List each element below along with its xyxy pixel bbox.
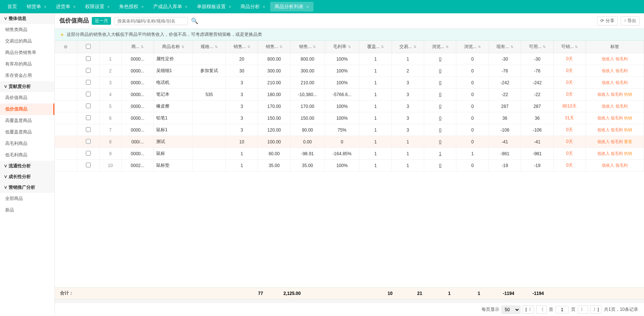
sidebar-group-contribution[interactable]: ∨ 贡献度分析 [0, 81, 54, 92]
th-spec[interactable]: 规格... ⇅ [193, 41, 226, 53]
tag-badge[interactable]: 低毛利 [616, 104, 628, 108]
th-available[interactable]: 可用... ⇅ [521, 41, 553, 53]
td-browse1[interactable]: 0 [424, 53, 456, 65]
first-page-button[interactable]: |〈 [523, 305, 534, 314]
tag-badge[interactable]: 热销 [624, 92, 632, 96]
td-name[interactable]: 鼠标 [154, 148, 192, 160]
td-name[interactable]: 铅笔1 [154, 112, 192, 124]
export-button[interactable]: ↑ 导出 [621, 16, 640, 26]
tag-badge[interactable]: 低毛利 [611, 116, 623, 120]
tag-badge[interactable]: 低毛利 [611, 151, 623, 156]
td-name[interactable]: 吴细细1 [154, 65, 192, 77]
td-name[interactable]: 测试 [154, 136, 192, 148]
browse-link[interactable]: 0 [439, 57, 442, 62]
browse-link[interactable]: 0 [439, 104, 442, 109]
td-name[interactable]: 鼠标垫 [154, 160, 192, 171]
td-browse1[interactable]: 0 [424, 89, 456, 101]
tag-badge[interactable]: 低毛利 [616, 68, 628, 73]
nav-product-warehouse[interactable]: 产成品入库单 × [149, 2, 192, 11]
per-page-select[interactable]: 50 100 [502, 306, 520, 314]
sidebar-item-high-coverage[interactable]: 高覆盖度商品 [0, 115, 54, 126]
nav-product-analysis-list[interactable]: 商品分析列表 × [270, 2, 313, 11]
th-tags[interactable]: 标签 [586, 41, 644, 53]
th-sales-profit[interactable]: 销售... ⇅ [290, 41, 325, 53]
td-browse1[interactable]: 0 [424, 65, 456, 77]
tag-badge[interactable]: 热销 [624, 151, 632, 156]
td-checkbox[interactable] [77, 124, 99, 136]
nav-home[interactable]: 首页 [3, 2, 21, 11]
th-checkbox[interactable] [77, 41, 99, 53]
sidebar-item-inventory-fund[interactable]: 库存资金占用 [0, 70, 54, 81]
sidebar-item-new-products[interactable]: 新品 [0, 204, 54, 216]
td-browse1[interactable]: 0 [424, 136, 456, 148]
td-browse1[interactable]: 0 [424, 112, 456, 124]
search-input[interactable] [114, 17, 188, 25]
td-checkbox[interactable] [77, 112, 99, 124]
nav-role-auth[interactable]: 角色授权 × [115, 2, 148, 11]
td-checkbox[interactable] [77, 53, 99, 65]
next-page-button[interactable]: 〉 [578, 305, 588, 314]
sidebar-item-all-products[interactable]: 全部商品 [0, 193, 54, 204]
nav-permission[interactable]: 权限设置 × [81, 2, 114, 11]
tag-badge[interactable]: 低收入 [597, 151, 610, 156]
browse-link[interactable]: 0 [439, 128, 442, 133]
row-checkbox[interactable] [86, 68, 91, 73]
sidebar-item-low-coverage[interactable]: 低覆盖度商品 [0, 126, 54, 138]
nav-sales-order[interactable]: 销货单 × [22, 2, 51, 11]
tag-badge[interactable]: 低毛利 [611, 128, 623, 132]
row-checkbox[interactable] [86, 163, 91, 167]
td-name[interactable]: 笔记本 [154, 89, 192, 101]
th-sales-qty[interactable]: 销售... ⇅ [226, 41, 258, 53]
sidebar-item-category-sales-rate[interactable]: 商品分类销售率 [0, 47, 54, 58]
sidebar-group-growth[interactable]: ∨ 成长性分析 [0, 171, 54, 182]
th-browse1[interactable]: 浏览... ⇅ [424, 41, 456, 53]
browse-link[interactable]: 1 [439, 151, 442, 156]
sidebar-item-stocked-products[interactable]: 有库存的商品 [0, 58, 54, 70]
tag-badge[interactable]: 低毛利 [616, 80, 628, 85]
tag-badge[interactable]: 热销 [624, 128, 632, 132]
td-browse1[interactable]: 0 [424, 160, 456, 171]
td-name[interactable]: 鼠标1 [154, 124, 192, 136]
th-sellable[interactable]: 可销... ⇅ [553, 41, 586, 53]
tag-badge[interactable]: 低收入 [602, 163, 614, 167]
th-coverage[interactable]: 覆盖... ⇅ [359, 41, 392, 53]
row-checkbox[interactable] [86, 127, 91, 132]
th-margin[interactable]: 毛利率 ⇅ [325, 41, 359, 53]
close-icon[interactable]: × [107, 4, 110, 9]
td-browse1[interactable]: 0 [424, 77, 456, 89]
tag-badge[interactable]: 低收入 [602, 80, 614, 85]
close-icon[interactable]: × [185, 4, 187, 9]
th-name[interactable]: 商品名称 ⇅ [154, 41, 192, 53]
browse-link[interactable]: 0 [439, 163, 442, 168]
close-icon[interactable]: × [229, 4, 231, 9]
nav-template[interactable]: 单据模板设置 × [192, 2, 235, 11]
tag-badge[interactable]: 重置 [624, 139, 632, 144]
row-checkbox[interactable] [86, 103, 91, 108]
th-code[interactable]: 商... ⇅ [121, 41, 154, 53]
td-checkbox[interactable] [77, 101, 99, 112]
table-container[interactable]: ⚙ 商... ⇅ 商品名称 ⇅ 规格... ⇅ 销售... ⇅ 销售... ⇅ … [55, 41, 644, 287]
nav-product-analysis[interactable]: 商品分析 × [236, 2, 269, 11]
td-browse1[interactable]: 1 [424, 148, 456, 160]
tag-badge[interactable]: 低收入 [597, 116, 610, 120]
td-checkbox[interactable] [77, 89, 99, 101]
browse-link[interactable]: 0 [439, 80, 442, 85]
prev-page-button[interactable]: 〈 [536, 305, 547, 314]
row-checkbox[interactable] [86, 151, 91, 156]
sidebar-item-high-value[interactable]: 高价值商品 [0, 92, 54, 103]
row-checkbox[interactable] [86, 80, 91, 85]
sidebar-group-overall[interactable]: ∨ 整体信息 [0, 13, 54, 24]
td-browse1[interactable]: 0 [424, 124, 456, 136]
page-input[interactable] [556, 306, 569, 313]
close-icon[interactable]: × [306, 4, 309, 9]
th-transactions[interactable]: 交易... ⇅ [392, 41, 424, 53]
th-current-stock[interactable]: 现有... ⇅ [489, 41, 521, 53]
share-button[interactable]: ⟳ 分享 [597, 16, 617, 26]
select-all-checkbox[interactable] [86, 44, 91, 49]
last-page-button[interactable]: 〉| [590, 305, 602, 314]
sidebar-item-low-margin[interactable]: 低毛利商品 [0, 149, 54, 161]
tag-badge[interactable]: 低收入 [602, 68, 614, 73]
filter-tag-month[interactable]: 近一月 [92, 17, 111, 25]
td-checkbox[interactable] [77, 65, 99, 77]
sidebar-group-circulation[interactable]: ∨ 流通性分析 [0, 161, 54, 171]
